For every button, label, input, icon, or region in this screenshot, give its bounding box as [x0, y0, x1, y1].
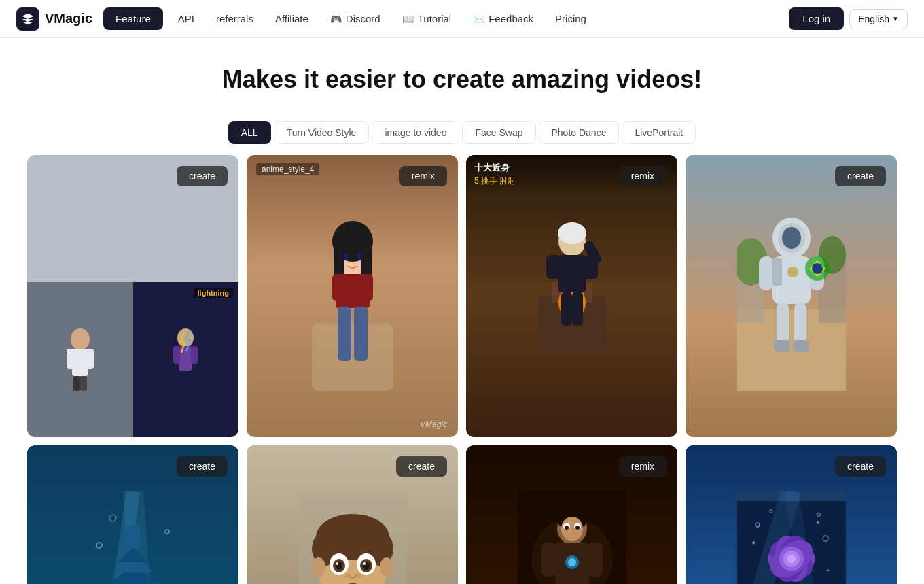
- svg-rect-2: [67, 349, 75, 369]
- svg-point-71: [109, 515, 116, 521]
- video-card-5: create: [27, 445, 238, 584]
- video-card-2: anime_style_4 VMagic remix: [247, 155, 458, 437]
- referrals-label: referrals: [216, 13, 253, 24]
- movie-scene-svg: [518, 491, 626, 584]
- svg-point-69: [96, 543, 102, 548]
- svg-point-111: [575, 526, 580, 530]
- video-card-4: create: [686, 155, 897, 437]
- svg-rect-47: [774, 340, 790, 352]
- svg-point-107: [561, 517, 583, 541]
- video-grid: lightning create: [14, 155, 910, 584]
- svg-text:✦: ✦: [815, 519, 821, 526]
- svg-point-91: [336, 562, 338, 565]
- svg-point-50: [787, 267, 798, 277]
- nav-referrals[interactable]: referrals: [207, 7, 263, 30]
- split-left: [27, 282, 133, 437]
- svg-rect-43: [759, 256, 774, 290]
- person-right-icon: [165, 326, 206, 394]
- martial-figure: [466, 155, 677, 437]
- card-8-create-button[interactable]: create: [835, 456, 886, 477]
- svg-rect-28: [558, 255, 586, 292]
- login-button[interactable]: Log in: [789, 7, 844, 30]
- nav-tutorial[interactable]: 📖 Tutorial: [393, 7, 461, 30]
- card-6-create-button[interactable]: create: [396, 456, 447, 477]
- svg-point-93: [344, 574, 350, 578]
- svg-point-41: [782, 227, 801, 249]
- svg-rect-48: [793, 340, 809, 352]
- card-2-bg: anime_style_4 VMagic: [247, 155, 458, 437]
- man-face-svg: [298, 491, 407, 584]
- video-card-8: ✦ ✦ ✦ create: [686, 445, 897, 584]
- nav-right: Log in English ▼: [789, 7, 908, 30]
- svg-rect-104: [588, 543, 603, 577]
- discord-label: Discord: [346, 13, 380, 24]
- svg-rect-4: [73, 376, 80, 391]
- filter-photo-dance[interactable]: Photo Dance: [539, 121, 620, 144]
- astronaut-svg: [737, 201, 846, 391]
- card-7-remix-button[interactable]: remix: [619, 456, 667, 477]
- split-images: lightning: [27, 282, 238, 437]
- nav-feedback[interactable]: ✉️ Feedback: [463, 7, 543, 30]
- svg-point-110: [565, 526, 569, 530]
- card-3-remix-button[interactable]: remix: [619, 166, 667, 186]
- filter-face-swap[interactable]: Face Swap: [462, 121, 535, 144]
- svg-point-84: [380, 557, 393, 577]
- person-left-icon: [60, 326, 101, 394]
- svg-point-70: [165, 530, 169, 534]
- filter-all[interactable]: ALL: [228, 121, 271, 144]
- card-4-create-button[interactable]: create: [835, 166, 886, 186]
- nav-api[interactable]: API: [168, 7, 204, 30]
- card-2-remix-button[interactable]: remix: [399, 166, 447, 186]
- filter-turn-video-style[interactable]: Turn Video Style: [274, 121, 370, 144]
- svg-rect-17: [363, 274, 373, 301]
- svg-rect-19: [354, 307, 368, 361]
- chevron-down-icon: ▼: [892, 15, 899, 22]
- video-card-3: 十大近身 5.挑手 肘肘: [466, 155, 677, 437]
- svg-point-53: [812, 263, 823, 274]
- svg-rect-7: [179, 346, 192, 371]
- video-card-7: remix: [466, 445, 677, 584]
- filter-image-to-video[interactable]: image to video: [372, 121, 459, 144]
- nav-discord[interactable]: 🎮 Discord: [321, 7, 390, 30]
- card-1-bg: lightning: [27, 155, 238, 437]
- svg-rect-5: [80, 376, 87, 391]
- feature-button[interactable]: Feature: [103, 7, 163, 30]
- svg-point-20: [343, 253, 349, 260]
- book-icon: 📖: [402, 14, 414, 24]
- hero-section: Makes it easier to create amazing videos…: [0, 38, 924, 107]
- svg-point-92: [363, 562, 366, 565]
- logo[interactable]: VMagic: [16, 7, 92, 31]
- svg-text:✦: ✦: [825, 568, 830, 574]
- video-card-1: lightning create: [27, 155, 238, 437]
- card-4-bg: [686, 155, 897, 437]
- language-label: English: [858, 14, 889, 24]
- svg-point-21: [357, 253, 362, 260]
- anime-style-label: anime_style_4: [256, 163, 319, 175]
- lightning-label: lightning: [194, 288, 233, 298]
- svg-rect-3: [86, 349, 94, 369]
- svg-rect-49: [772, 258, 782, 286]
- discord-icon: 🎮: [330, 14, 342, 24]
- split-right: lightning: [133, 282, 239, 437]
- svg-point-140: [787, 555, 796, 563]
- nav-affiliate[interactable]: Affiliate: [266, 7, 318, 30]
- svg-text:✦: ✦: [751, 539, 756, 547]
- filter-liveportrait[interactable]: LivePortrait: [622, 121, 696, 144]
- language-selector[interactable]: English ▼: [849, 9, 908, 29]
- svg-point-0: [71, 328, 90, 350]
- svg-rect-60: [126, 525, 140, 549]
- card-1-create-button[interactable]: create: [177, 166, 228, 186]
- svg-point-6: [177, 328, 194, 347]
- feedback-label: Feedback: [488, 13, 533, 24]
- affiliate-label: Affiliate: [275, 13, 308, 24]
- vmagic-watermark: VMagic: [420, 419, 447, 429]
- svg-point-106: [568, 558, 576, 566]
- svg-rect-45: [777, 303, 789, 343]
- navigation: VMagic Feature API referrals Affiliate 🎮…: [0, 0, 924, 38]
- logo-icon: [16, 7, 39, 31]
- nav-pricing[interactable]: Pricing: [546, 7, 596, 30]
- video-card-6: create: [247, 445, 458, 584]
- logo-text: VMagic: [45, 11, 92, 27]
- card-5-create-button[interactable]: create: [177, 456, 228, 477]
- anime-girl-svg: [298, 201, 407, 391]
